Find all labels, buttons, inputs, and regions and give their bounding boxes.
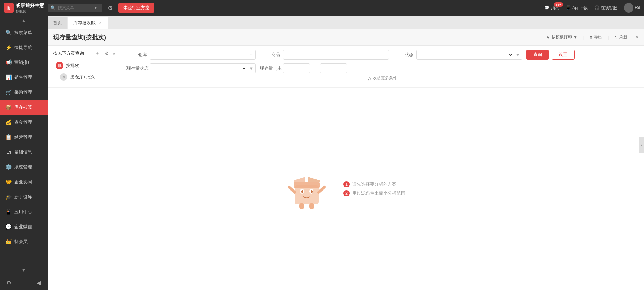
warehouse-input-group: ··· — [150, 50, 256, 60]
messages-button[interactable]: 💬 消息 99+ — [544, 5, 559, 11]
warehouse-batch-icon: ⊙ — [60, 73, 67, 81]
marketing-icon: 📢 — [5, 59, 12, 66]
scheme-by-warehouse-batch[interactable]: ⊙ 按仓库+批次 — [53, 71, 115, 83]
sidebar-item-enterprise[interactable]: 🤝 企业协同 — [0, 175, 48, 189]
close-panel-button[interactable]: × — [635, 34, 639, 40]
sidebar-scroll-down[interactable]: ▼ — [0, 265, 48, 275]
goods-more-icon[interactable]: ··· — [381, 52, 389, 57]
user-name: Rit — [635, 5, 640, 10]
sidebar-item-label: 企业协同 — [14, 179, 32, 185]
collapse-more-button[interactable]: ⋀ 收起更多条件 — [126, 73, 639, 83]
tab-home[interactable]: 首页 — [48, 17, 67, 29]
sidebar-item-wechat[interactable]: 💬 企业微信 — [0, 219, 48, 234]
sidebar-item-quicknav[interactable]: ⚡ 快捷导航 — [0, 40, 48, 55]
inventory-qty-from[interactable] — [283, 63, 310, 73]
scheme-collapse-button[interactable]: « — [113, 51, 115, 56]
sidebar-bottom: ⚙ ◀ — [0, 275, 48, 290]
sidebar-item-purchase[interactable]: 🛒 采购管理 — [0, 85, 48, 100]
filter-area: 按以下方案查询 ＋ ⚙ « 批 按批次 ⊙ — [48, 46, 644, 88]
app-download-button[interactable]: 📱 App下载 — [566, 5, 588, 11]
settings-button[interactable]: ⚙ — [105, 3, 115, 13]
empty-illustration — [286, 167, 327, 211]
filter-fields-area: 仓库 ··· 商品 — [126, 50, 639, 73]
svg-rect-0 — [295, 185, 319, 204]
svg-marker-2 — [294, 177, 305, 182]
inventory-status-select-wrapper: ▼ — [150, 63, 256, 73]
print-by-template-button[interactable]: 🖨 按模板打印 ▼ — [543, 33, 580, 41]
scheme-by-batch[interactable]: 批 按批次 — [53, 60, 115, 71]
user-profile[interactable]: Rit — [624, 3, 640, 13]
empty-step-1: 1 请先选择要分析的方案 — [343, 181, 405, 187]
empty-state: 1 请先选择要分析的方案 2 用过滤条件来缩小分析范围 — [48, 88, 644, 290]
goods-input[interactable] — [283, 52, 381, 57]
menu-search-bar[interactable]: 🔍 ▼ — [48, 4, 102, 12]
app-download-label: App下载 — [572, 5, 588, 11]
member-icon: 👑 — [5, 239, 12, 245]
quicknav-icon: ⚡ — [5, 44, 12, 51]
status-select[interactable] — [417, 50, 513, 59]
warehouse-label: 仓库 — [126, 52, 147, 58]
filter-fields-panel: 仓库 ··· 商品 — [121, 50, 639, 83]
sidebar-item-finance[interactable]: 💰 资金管理 — [0, 115, 48, 130]
scheme-header: 按以下方案查询 ＋ ⚙ « — [53, 50, 115, 57]
scheme-settings-button[interactable]: ⚙ — [103, 50, 111, 57]
export-label: 导出 — [594, 34, 602, 40]
wechat-icon: 💬 — [5, 224, 12, 230]
sidebar-item-operations[interactable]: 📋 经营管理 — [0, 130, 48, 145]
tab-close-button[interactable]: × — [98, 20, 103, 26]
step-1-text: 请先选择要分析的方案 — [352, 181, 396, 187]
filter-row-2: 现存量状态 ▼ — [126, 63, 639, 73]
sidebar-item-system[interactable]: ⚙️ 系统管理 — [0, 160, 48, 175]
search-icon: 🔍 — [50, 5, 56, 11]
sidebar-item-label: 资金管理 — [14, 119, 32, 125]
sidebar-item-inventory[interactable]: 📦 库存核算 — [0, 100, 48, 115]
warehouse-input[interactable] — [150, 52, 248, 57]
warehouse-more-icon[interactable]: ··· — [248, 52, 255, 57]
sidebar-item-basics[interactable]: 🗂 基础信息 — [0, 145, 48, 160]
svg-point-6 — [301, 190, 303, 193]
menu-search-input[interactable] — [58, 5, 92, 10]
right-collapse-handle[interactable]: › — [639, 137, 644, 153]
scheme-actions: ＋ ⚙ « — [94, 50, 115, 57]
sidebar-item-appcenter[interactable]: 📱 应用中心 — [0, 204, 48, 219]
finance-icon: 💰 — [5, 119, 12, 125]
export-button[interactable]: ⬆ 导出 — [587, 33, 605, 41]
collapse-up-icon: ⋀ — [368, 76, 371, 81]
inventory-qty-to[interactable] — [320, 63, 347, 73]
sidebar-item-label: 库存核算 — [14, 104, 32, 110]
purchase-icon: 🛒 — [5, 89, 12, 95]
sidebar-item-sales[interactable]: 📊 销售管理 — [0, 70, 48, 85]
sidebar-item-label: 基础信息 — [14, 149, 32, 155]
sidebar-scroll-up[interactable]: ▲ — [0, 16, 48, 25]
avatar — [624, 3, 633, 13]
step-1-number: 1 — [343, 181, 350, 187]
inventory-qty-field: 现存量（主） — — [260, 63, 389, 73]
refresh-button[interactable]: ↻ 刷新 — [612, 33, 630, 41]
sales-icon: 📊 — [5, 74, 12, 80]
logo-text: 畅康通好生意 标准版 — [16, 2, 44, 13]
divider2: | — [608, 35, 609, 40]
query-button[interactable]: 查询 — [526, 50, 549, 60]
online-service-button[interactable]: 🎧 在线客服 — [594, 5, 617, 11]
page-title: 现存量查询(按批次) — [53, 33, 106, 41]
inventory-status-label: 现存量状态 — [126, 65, 147, 71]
sidebar-item-newuser[interactable]: 🎓 新手引导 — [0, 189, 48, 204]
sidebar-item-member[interactable]: 👑 畅会员 — [0, 234, 48, 249]
logo-icon: b — [4, 3, 14, 13]
trial-button[interactable]: 体验行业方案 — [118, 3, 154, 13]
svg-rect-11 — [309, 203, 314, 209]
field-settings-button[interactable]: 设置 — [552, 50, 575, 60]
inventory-status-field: 现存量状态 ▼ — [126, 63, 256, 73]
sidebar-collapse-button[interactable]: ◀ — [34, 278, 44, 287]
export-icon: ⬆ — [589, 35, 593, 40]
header-right: 💬 消息 99+ 📱 App下载 🎧 在线客服 Rit — [544, 3, 640, 13]
add-scheme-button[interactable]: ＋ — [94, 50, 101, 57]
sidebar-item-label: 经营管理 — [14, 134, 32, 140]
sidebar-settings-button[interactable]: ⚙ — [4, 278, 14, 287]
messages-badge: 99+ — [554, 2, 563, 7]
inventory-status-select[interactable] — [150, 64, 247, 73]
sidebar-item-search[interactable]: 🔍 搜索菜单 — [0, 25, 48, 40]
tab-batch[interactable]: 库存批次账 × — [68, 17, 108, 29]
message-icon: 💬 — [544, 5, 549, 10]
sidebar-item-marketing[interactable]: 📢 营销推广 — [0, 55, 48, 70]
